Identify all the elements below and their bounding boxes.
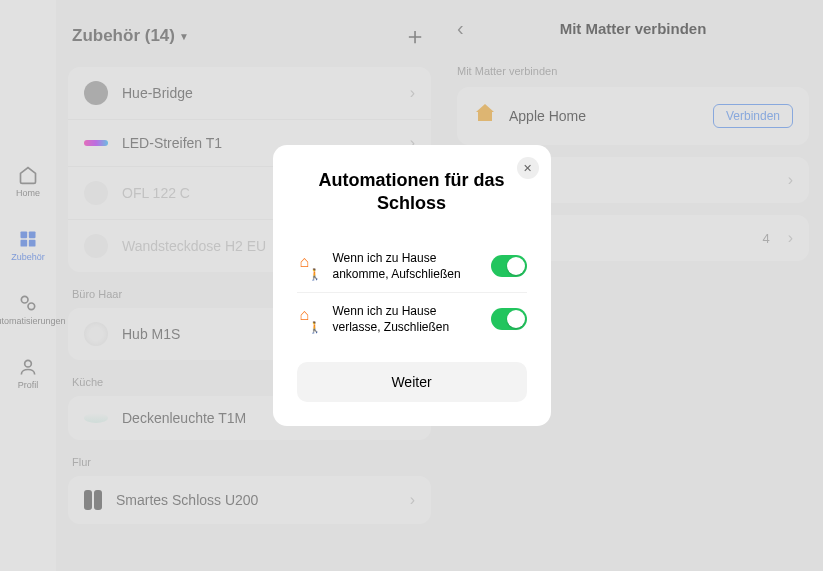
modal-overlay[interactable]: ✕ Automationen für das Schloss ⌂🚶 Wenn i… [0, 0, 823, 571]
continue-button[interactable]: Weiter [297, 362, 527, 402]
automation-text: Wenn ich zu Hause ankomme, Aufschließen [333, 250, 481, 282]
automations-modal: ✕ Automationen für das Schloss ⌂🚶 Wenn i… [273, 145, 551, 426]
modal-title: Automationen für das Schloss [297, 169, 527, 216]
arrive-home-icon: ⌂🚶 [297, 253, 323, 279]
close-button[interactable]: ✕ [517, 157, 539, 179]
automation-leave-lock: ⌂🚶 Wenn ich zu Hause verlasse, Zuschließ… [297, 292, 527, 345]
automation-text: Wenn ich zu Hause verlasse, Zuschließen [333, 303, 481, 335]
automation-arrive-unlock: ⌂🚶 Wenn ich zu Hause ankomme, Aufschließ… [297, 240, 527, 292]
toggle-arrive[interactable] [491, 255, 527, 277]
toggle-leave[interactable] [491, 308, 527, 330]
leave-home-icon: ⌂🚶 [297, 306, 323, 332]
